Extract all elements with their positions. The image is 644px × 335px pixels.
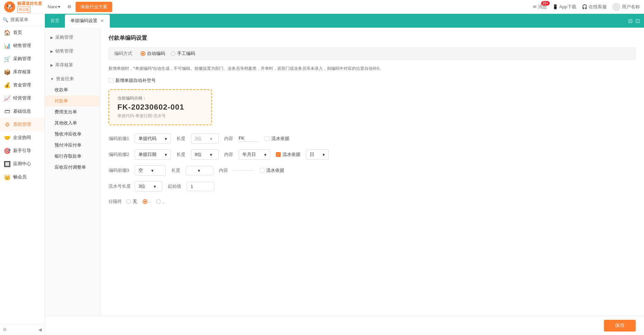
sub-sidebar-bank[interactable]: 银行存取款单 [45,151,100,162]
search-menu-button[interactable]: 🔍 搜索菜单 [0,14,45,26]
service-icon: 🎧 [582,4,587,9]
chevron-down-icon: ▾ [210,152,212,157]
sub-sidebar-inventory[interactable]: ▶ 库存核算 [45,59,100,71]
prefix-row-2: 编码前缀2 单据日期 ▾ 长度 8位 ▾ 内容 年月日 ▾ 流水依据 [108,149,636,160]
sidebar-item-home[interactable]: 🏠 首页 [0,26,45,39]
sales-icon: 📊 [4,43,10,49]
content-2-select[interactable]: 年月日 ▾ [239,149,270,160]
user-avatar[interactable]: 用户名称 [612,3,640,11]
sidebar-item-finance[interactable]: 💰 资金管理 [0,78,45,92]
sidebar-bottom: ⚙ ◀ [0,324,45,335]
prefix-2-select[interactable]: 单据日期 ▾ [135,149,171,160]
prefix-row-3: 编码前缀3 空 ▾ 长度 ▾ 内容 流水依据 [108,165,636,176]
tab-close-icon[interactable]: ✕ [100,18,104,24]
prefix-3-select[interactable]: 空 ▾ [135,165,166,176]
code-preview-desc: 单据代码-单据日期-流水号 [117,113,203,119]
sep-dot[interactable]: · [143,199,151,204]
sidebar-item-apps[interactable]: 🔲 应用中心 [0,157,45,170]
chevron-down-icon: ▾ [58,4,60,9]
chevron-down-icon: ▾ [198,168,200,173]
start-value-input[interactable] [187,182,214,191]
serial-length-select[interactable]: 3位 ▾ [135,181,162,192]
stream-2-box[interactable] [276,152,281,157]
search-icon: 🔍 [3,17,8,22]
save-button[interactable]: 保存 [604,320,636,332]
tab-encode-settings[interactable]: 单据编码设置 ✕ [65,15,110,28]
logo-icon: 🐶 [4,1,15,12]
sidebar-item-guide[interactable]: 🎯 新手引导 [0,144,45,157]
auto-fill-checkbox[interactable] [108,78,113,83]
prefix-3-label: 编码前缀3 [108,167,129,174]
length-1-select[interactable]: 2位 ▾ [191,133,219,144]
sub-sidebar-purchase[interactable]: ▶ 采购管理 [45,32,100,43]
sidebar-menu: 🏠 首页 📊 销售管理 🛒 采购管理 📦 库存核算 💰 资金管理 📈 经营管理 … [0,26,45,324]
sidebar-item-member[interactable]: 👑 畅会员 [0,170,45,184]
sub-group-purchase: ▶ 采购管理 [45,30,100,44]
finance-icon: 💰 [4,82,10,88]
message-badge: 99+ [541,1,550,6]
stream-1-checkbox[interactable]: 流水依据 [265,136,289,142]
app-download-button[interactable]: 📱 App下载 [552,4,576,10]
nav-dropdown[interactable]: Nare ▾ [45,3,63,11]
sub-group-capital: ▼ 资金往来 收款单 付款单 费用支出单 其他收入单 预收冲应收单 预付冲应付单… [45,72,100,174]
sub-sidebar-expense[interactable]: 费用支出单 [45,106,100,118]
sub-sidebar-prepaid-ap[interactable]: 预付冲应付单 [45,140,100,151]
sep-dot-radio [143,199,147,204]
length-3-select[interactable]: ▾ [186,166,213,175]
sep-none-radio [126,199,131,204]
stream-3-box[interactable] [260,168,265,173]
stream-3-checkbox[interactable]: 流水依据 [260,167,284,174]
messages-button[interactable]: ✉ 消息 99+ [533,4,547,10]
prefix-1-select[interactable]: 单据代码 ▾ [135,133,171,144]
sidebar-item-inventory[interactable]: 📦 库存核算 [0,65,45,78]
prefix-2-label: 编码前缀2 [108,151,129,158]
sidebar-settings-icon[interactable]: ⚙ [3,327,7,332]
sub-sidebar-sales[interactable]: ▶ 销售管理 [45,46,100,57]
sidebar-item-management[interactable]: 📈 经营管理 [0,92,45,105]
online-service-button[interactable]: 🎧 在线客服 [582,4,607,10]
inventory-icon: 📦 [4,69,10,75]
sep-none[interactable]: 无 [126,198,137,205]
tab-bar: 首页 单据编码设置 ✕ ⊟ ⊡ [45,14,644,28]
sub-sidebar-capital[interactable]: ▼ 资金往来 [45,73,100,84]
sep-dash[interactable]: . [156,199,164,204]
code-preview-box: 当前编码示例： FK-20230602-001 单据代码-单据日期-流水号 [108,89,212,125]
tab-home[interactable]: 首页 [45,14,65,28]
basic-icon: 🗃 [4,108,10,114]
sidebar-item-sales[interactable]: 📊 销售管理 [0,39,45,52]
sub-sidebar-ar-ap-adjust[interactable]: 应收应付调整单 [45,162,100,173]
encoding-mode-label: 编码方式 [114,50,132,57]
sidebar-item-cooperation[interactable]: 🤝 企业协同 [0,131,45,144]
chevron-right-icon: ▶ [50,49,53,53]
sidebar-item-purchase[interactable]: 🛒 采购管理 [0,52,45,65]
top-bar-nav: Nare ▾ ⚙ 体验行业方案 [45,2,112,12]
encoding-mode-bar: 编码方式 自动编码 手工编码 [108,47,636,60]
sidebar-item-basic[interactable]: 🗃 基础信息 [0,105,45,118]
tab-maximize-icon[interactable]: ⊡ [635,18,640,24]
length-2-select[interactable]: 8位 ▾ [191,149,219,160]
sub-sidebar-other-income[interactable]: 其他收入单 [45,118,100,129]
radio-manual-encode[interactable]: 手工编码 [171,50,195,57]
sub-sidebar: ▶ 采购管理 ▶ 销售管理 ▶ 库存核算 ▼ 资金往来 [45,28,100,316]
radio-manual-circle [171,51,175,56]
sub-sidebar-prepaid-ar[interactable]: 预收冲应收单 [45,129,100,140]
settings-icon[interactable]: ⚙ [65,2,74,12]
stream-2-checkbox[interactable]: 流水依据 [276,151,300,158]
tab-minimize-icon[interactable]: ⊟ [628,18,633,24]
cooperation-icon: 🤝 [4,134,10,141]
sidebar-item-system[interactable]: ⚙ 系统管理 [0,118,45,131]
trial-button[interactable]: 体验行业方案 [76,2,112,12]
chevron-right-icon: ▶ [50,36,53,39]
content-1-label: 内容 [224,136,233,142]
radio-auto-encode[interactable]: 自动编码 [141,50,165,57]
guide-icon: 🎯 [4,148,10,154]
sidebar-collapse-icon[interactable]: ◀ [38,327,42,332]
sub-sidebar-receipt[interactable]: 收款单 [45,84,100,95]
sub-sidebar-payment[interactable]: 付款单 [45,95,100,106]
main-content: 首页 单据编码设置 ✕ ⊟ ⊡ ▶ 采购管理 ▶ 销售管理 [45,14,644,335]
radio-auto-circle [141,51,145,56]
separator-label: 分隔符 [108,198,122,205]
stream-unit-select[interactable]: 日 ▾ [306,149,329,160]
stream-1-box[interactable] [265,136,270,141]
member-icon: 👑 [4,174,10,180]
